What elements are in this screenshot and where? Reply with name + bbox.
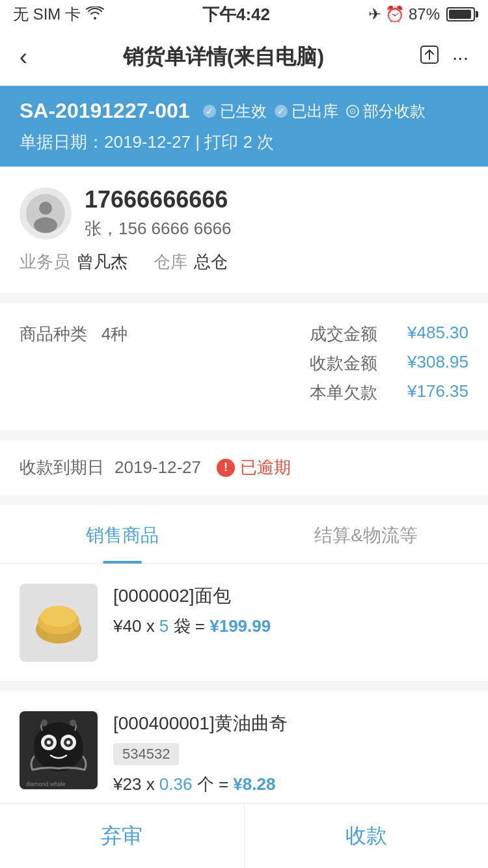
bread-image	[20, 584, 98, 662]
battery-icon	[446, 7, 475, 21]
battery-percent: 87%	[409, 5, 440, 23]
due-date-label: 收款到期日	[20, 456, 104, 479]
status-bar: 无 SIM 卡 下午4:42 ✈ ⏰ 87%	[0, 0, 488, 29]
product-total-1: ¥199.99	[210, 616, 271, 636]
avatar	[20, 187, 72, 239]
customer-row: 17666666666 张，156 6666 6666	[20, 186, 468, 240]
status-shipped-label: 已出库	[291, 101, 338, 122]
warehouse-value: 总仓	[194, 251, 228, 273]
amount-row: 成交金额 ¥485.30	[310, 323, 468, 346]
product-total-2: ¥8.28	[233, 774, 275, 794]
status-effective: ✓ 已生效	[203, 101, 267, 122]
amount-label: 成交金额	[310, 323, 377, 346]
clock-icon: ⊙	[346, 105, 359, 118]
multiply-sign-1: x	[146, 616, 159, 636]
warehouse-item: 仓库 总仓	[154, 251, 228, 273]
customer-name-phone: 张，156 6666 6666	[85, 217, 232, 240]
status-tags: ✓ 已生效 ✓ 已出库 ⊙ 部分收款	[203, 101, 426, 122]
nav-actions: ···	[420, 45, 468, 69]
list-item: [0000002]面包 ¥40 x 5 袋 = ¥199.99	[0, 564, 488, 681]
warehouse-label: 仓库	[154, 251, 187, 273]
order-date: 单据日期：2019-12-27 | 打印 2 次	[20, 131, 468, 154]
status-effective-label: 已生效	[220, 101, 267, 122]
received-value: ¥308.95	[390, 352, 468, 375]
tabs-container: 销售商品 结算&物流等	[0, 505, 488, 564]
salesperson-value: 曾凡杰	[77, 251, 128, 273]
page-title: 销货单详情(来自电脑)	[123, 43, 324, 72]
product-qty-1: 5	[159, 616, 169, 636]
product-badge-2: 534532	[113, 743, 179, 765]
svg-point-13	[47, 740, 51, 744]
product-unit-1: 袋	[174, 616, 191, 636]
equals-sign-2: =	[219, 774, 233, 794]
order-id: SA-20191227-001	[20, 99, 190, 123]
share-button[interactable]	[420, 45, 439, 69]
amount-value: ¥485.30	[390, 323, 468, 346]
overdue-label: 已逾期	[240, 456, 291, 479]
product-info-1: [0000002]面包 ¥40 x 5 袋 = ¥199.99	[113, 584, 468, 638]
tab-settlement[interactable]: 结算&物流等	[244, 505, 488, 563]
location-icon: ✈	[368, 5, 381, 23]
svg-point-15	[41, 720, 47, 726]
carrier-label: 无 SIM 卡	[13, 4, 81, 25]
due-date-value: 2019-12-27	[115, 457, 201, 478]
wifi-icon	[86, 5, 104, 23]
status-partial-payment: ⊙ 部分收款	[346, 101, 426, 122]
product-qty-2: 0.36	[159, 774, 193, 794]
product-unit-2: 个	[197, 774, 214, 794]
nav-bar: ‹ 销货单详情(来自电脑) ···	[0, 29, 488, 86]
svg-point-6	[40, 606, 77, 627]
multiply-sign-2: x	[146, 774, 159, 794]
product-unit-price-1: ¥40	[113, 616, 141, 636]
debt-label: 本单欠款	[310, 381, 377, 404]
customer-meta: 业务员 曾凡杰 仓库 总仓	[20, 251, 468, 273]
product-unit-price-2: ¥23	[113, 774, 141, 794]
product-list: [0000002]面包 ¥40 x 5 袋 = ¥199.99	[0, 564, 488, 815]
more-button[interactable]: ···	[452, 46, 468, 68]
product-price-2: ¥23 x 0.36 个 = ¥8.28	[113, 773, 468, 796]
status-right: ✈ ⏰ 87%	[368, 5, 475, 23]
status-partial-label: 部分收款	[363, 101, 426, 122]
summary-card: 商品种类 4种 成交金额 ¥485.30 收款金额 ¥308.95 本单欠款 ¥…	[0, 303, 488, 430]
check-icon-1: ✓	[203, 105, 216, 118]
customer-info: 17666666666 张，156 6666 6666	[85, 186, 232, 240]
product-info-2: [000400001]黄油曲奇 534532 ¥23 x 0.36 个 = ¥8…	[113, 711, 468, 796]
product-name-2: [000400001]黄油曲奇	[113, 711, 468, 736]
status-time: 下午4:42	[202, 3, 270, 26]
back-button[interactable]: ‹	[20, 44, 27, 71]
list-item: diamond whale [000400001]黄油曲奇 534532 ¥23…	[0, 692, 488, 815]
product-name-1: [0000002]面包	[113, 584, 468, 608]
salesperson-label: 业务员	[20, 251, 70, 273]
overdue-badge: ! 已逾期	[217, 456, 291, 479]
customer-card: 17666666666 张，156 6666 6666 业务员 曾凡杰 仓库 总…	[0, 167, 488, 293]
svg-point-2	[39, 202, 52, 215]
product-thumbnail-2: diamond whale	[20, 711, 98, 789]
summary-right: 成交金额 ¥485.30 收款金额 ¥308.95 本单欠款 ¥176.35	[310, 323, 468, 411]
status-shipped: ✓ 已出库	[275, 101, 338, 122]
svg-point-14	[66, 740, 70, 744]
cancel-button[interactable]: 弃审	[0, 804, 244, 868]
product-thumbnail-1	[20, 584, 98, 662]
salesperson-item: 业务员 曾凡杰	[20, 251, 128, 273]
received-label: 收款金额	[310, 352, 377, 375]
product-price-1: ¥40 x 5 袋 = ¥199.99	[113, 615, 468, 638]
order-header-banner: SA-20191227-001 ✓ 已生效 ✓ 已出库 ⊙ 部分收款 单据日期：…	[0, 86, 488, 167]
summary-left: 商品种类 4种	[20, 323, 128, 346]
overdue-icon: !	[217, 459, 235, 477]
customer-account-id: 17666666666	[85, 186, 232, 213]
received-row: 收款金额 ¥308.95	[310, 352, 468, 375]
category-count: 4种	[102, 324, 128, 344]
check-icon-2: ✓	[275, 105, 288, 118]
alarm-icon: ⏰	[385, 5, 405, 23]
tabs: 销售商品 结算&物流等	[0, 505, 488, 563]
svg-text:diamond whale: diamond whale	[26, 781, 66, 787]
debt-value: ¥176.35	[390, 381, 468, 404]
due-date-card: 收款到期日 2019-12-27 ! 已逾期	[0, 441, 488, 495]
svg-point-16	[70, 720, 76, 726]
tab-sales-products[interactable]: 销售商品	[0, 505, 244, 563]
svg-point-3	[34, 217, 57, 233]
status-left: 无 SIM 卡	[13, 4, 104, 25]
confirm-payment-button[interactable]: 收款	[244, 804, 489, 868]
category-label: 商品种类	[20, 324, 87, 344]
banner-top: SA-20191227-001 ✓ 已生效 ✓ 已出库 ⊙ 部分收款	[20, 99, 468, 123]
